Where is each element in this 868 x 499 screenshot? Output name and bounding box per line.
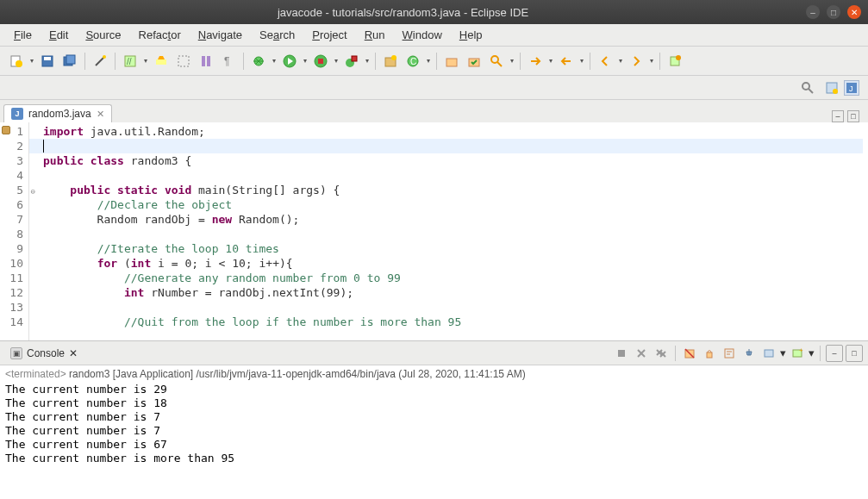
toggle-mark-button[interactable] — [196, 51, 216, 72]
prev-annotation-button[interactable] — [556, 51, 577, 72]
menu-source[interactable]: Source — [77, 26, 129, 44]
search-dropdown[interactable]: ▾ — [508, 57, 516, 65]
open-console-dropdown[interactable]: ▾ — [809, 346, 815, 359]
toolbar-separator — [590, 53, 590, 70]
menu-refactor[interactable]: Refactor — [130, 26, 190, 44]
menu-window[interactable]: Window — [394, 26, 451, 44]
svg-rect-13 — [207, 56, 210, 66]
launch-description: random3 [Java Application] /usr/lib/jvm/… — [69, 368, 526, 380]
toggle-comment-button[interactable]: // — [120, 51, 141, 72]
console-tab-label: Console — [27, 347, 65, 359]
svg-rect-51 — [765, 350, 773, 357]
editor-tab-random3[interactable]: J random3.java ✕ — [3, 104, 112, 122]
display-console-dropdown[interactable]: ▾ — [780, 346, 786, 359]
window-title: javacode - tutorials/src/random3.java - … — [7, 6, 799, 19]
svg-point-25 — [391, 55, 397, 60]
highlight-button[interactable] — [151, 51, 172, 72]
debug-dropdown[interactable]: ▾ — [270, 57, 278, 65]
open-type-button[interactable] — [441, 51, 462, 72]
menu-project[interactable]: Project — [303, 26, 355, 44]
console-minimize-button[interactable]: – — [826, 345, 843, 362]
pin-console-button[interactable] — [740, 345, 758, 362]
back-dropdown[interactable]: ▾ — [616, 57, 625, 65]
menu-edit[interactable]: Edit — [41, 26, 77, 44]
svg-line-31 — [497, 62, 502, 66]
svg-rect-11 — [178, 56, 189, 66]
open-task-button[interactable] — [464, 51, 484, 72]
menu-help[interactable]: Help — [451, 26, 491, 44]
maximize-pane-button[interactable]: □ — [847, 110, 859, 122]
toolbar-separator — [115, 53, 116, 70]
code-body[interactable]: import java.util.Random;public class ran… — [29, 122, 868, 340]
next-annotation-button[interactable] — [525, 51, 546, 72]
quick-access-search-icon[interactable] — [801, 81, 815, 95]
editor-pane-buttons: – □ — [832, 110, 865, 122]
svg-rect-28 — [446, 59, 457, 66]
svg-rect-10 — [156, 59, 166, 65]
new-button[interactable] — [6, 51, 27, 72]
java-perspective-button[interactable]: J — [844, 80, 859, 96]
editor-tab-close[interactable]: ✕ — [97, 109, 104, 120]
debug-button[interactable] — [248, 51, 269, 72]
svg-point-33 — [676, 55, 681, 60]
forward-dropdown[interactable]: ▾ — [647, 57, 656, 65]
window-close-button[interactable]: ✕ — [847, 5, 861, 19]
window-titlebar: javacode - tutorials/src/random3.java - … — [0, 0, 868, 24]
forward-button[interactable] — [626, 51, 646, 72]
toolbar-separator — [243, 53, 244, 70]
console-maximize-button[interactable]: □ — [846, 345, 863, 362]
show-whitespace-button[interactable]: ¶ — [218, 51, 239, 72]
run-dropdown[interactable]: ▾ — [301, 57, 309, 65]
minimize-pane-button[interactable]: – — [832, 110, 844, 122]
menu-search[interactable]: Search — [251, 26, 303, 44]
next-annotation-dropdown[interactable]: ▾ — [546, 57, 555, 65]
code-editor[interactable]: 12345⊖67891011121314 import java.util.Ra… — [0, 122, 868, 341]
search-button[interactable] — [486, 51, 507, 72]
java-file-icon: J — [11, 108, 23, 120]
word-wrap-button[interactable] — [721, 345, 738, 362]
window-minimize-button[interactable]: – — [806, 5, 820, 19]
wand-button[interactable] — [90, 51, 110, 72]
remove-launch-button[interactable] — [633, 345, 650, 362]
svg-text://: // — [127, 57, 132, 66]
open-console-button[interactable]: + — [789, 345, 806, 362]
svg-text:J: J — [849, 84, 853, 93]
console-tab[interactable]: ▣ Console ✕ — [5, 346, 83, 361]
console-tab-close[interactable]: ✕ — [69, 347, 78, 359]
pin-editor-button[interactable] — [665, 51, 685, 72]
toolbar-separator — [375, 53, 376, 70]
terminate-button[interactable] — [613, 345, 630, 362]
run-button[interactable] — [279, 51, 300, 72]
new-class-button[interactable]: C — [403, 51, 423, 72]
menu-file[interactable]: File — [5, 26, 41, 44]
console-output[interactable]: The current number is 29 The current num… — [0, 383, 868, 499]
svg-rect-49 — [707, 352, 712, 358]
svg-point-34 — [802, 83, 809, 90]
prev-annotation-dropdown[interactable]: ▾ — [578, 57, 586, 65]
save-button[interactable] — [37, 51, 58, 72]
external-tools-dropdown[interactable]: ▾ — [363, 57, 372, 65]
coverage-button[interactable] — [310, 51, 331, 72]
save-all-button[interactable] — [59, 51, 80, 72]
open-perspective-button[interactable] — [825, 81, 839, 95]
remove-all-button[interactable] — [653, 345, 670, 362]
new-package-button[interactable] — [380, 51, 401, 72]
svg-line-35 — [809, 89, 813, 93]
coverage-dropdown[interactable]: ▾ — [332, 57, 340, 65]
new-dropdown[interactable]: ▾ — [28, 57, 36, 65]
back-button[interactable] — [595, 51, 615, 72]
external-tools-button[interactable] — [341, 51, 362, 72]
menu-run[interactable]: Run — [356, 26, 394, 44]
display-console-button[interactable] — [760, 345, 777, 362]
toggle-comment-dropdown[interactable]: ▾ — [141, 57, 150, 65]
clear-console-button[interactable] — [681, 345, 698, 362]
block-select-button[interactable] — [173, 51, 194, 72]
svg-rect-12 — [202, 56, 205, 66]
window-maximize-button[interactable]: □ — [827, 5, 840, 19]
menu-navigate[interactable]: Navigate — [190, 26, 251, 44]
console-tab-bar: ▣ Console ✕ ▾ + ▾ – □ — [0, 341, 868, 365]
new-class-dropdown[interactable]: ▾ — [424, 57, 433, 65]
toolbar-separator — [659, 53, 660, 70]
console-launch-header: <terminated> random3 [Java Application] … — [0, 365, 868, 383]
scroll-lock-button[interactable] — [701, 345, 718, 362]
